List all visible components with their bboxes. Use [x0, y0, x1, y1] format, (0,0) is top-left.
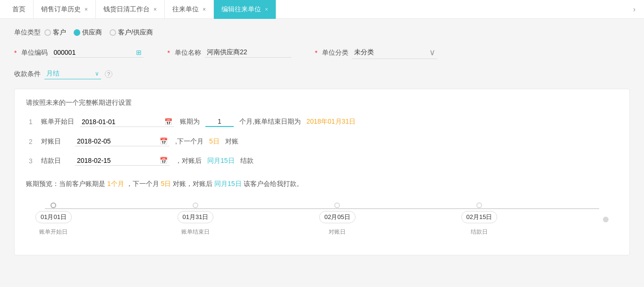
radio-customer-label: 客户	[53, 28, 66, 37]
period-index-3: 3	[26, 157, 35, 165]
tab-units-close[interactable]: ×	[203, 6, 206, 13]
tab-sales-history-close[interactable]: ×	[85, 6, 88, 13]
tab-units-label: 往来单位	[172, 5, 199, 14]
tab-units[interactable]: 往来单位 ×	[165, 0, 214, 19]
period-row-3: 3 结款日 📅 ，对账后 同月15日 结款	[26, 156, 618, 166]
tab-workbench[interactable]: 钱货日清工作台 ×	[96, 0, 165, 19]
radio-both[interactable]: 客户/供应商	[110, 28, 153, 37]
preview-highlight1: 1个月	[107, 180, 124, 187]
tl-dot-0	[51, 203, 56, 208]
tab-edit-unit[interactable]: 编辑往来单位 ×	[214, 0, 276, 19]
tl-date-1: 01月31日	[178, 211, 214, 223]
period-field-label-2: 对账日	[41, 137, 69, 146]
period-text-2a: ,下一个月	[175, 137, 203, 146]
unit-class-label: 单位分类	[322, 49, 348, 57]
unit-class-group: * 单位分类 未分类 ∨	[315, 46, 437, 59]
radio-both-circle	[110, 29, 116, 36]
preview-mid2: 对账，对账后	[173, 180, 212, 187]
tl-end-dot	[603, 217, 609, 222]
tab-home[interactable]: 首页	[5, 0, 34, 19]
unit-name-star: *	[167, 49, 169, 57]
unit-info-row: * 单位编码 ⊞ * 单位名称 * 单位分类 未分类 ∨	[14, 46, 630, 59]
date-input-3[interactable]	[77, 157, 160, 164]
unit-type-row: 单位类型 客户 供应商 客户/供应商	[14, 28, 630, 37]
timeline-point-0: 01月01日 账单开始日	[35, 203, 72, 236]
period-title: 请按照未来的一个完整帐期进行设置	[26, 99, 618, 107]
timeline-wrapper: 01月01日 账单开始日 01月31日 账单结束日 02月05日 对账日	[26, 198, 618, 241]
tabs-bar: 首页 销售订单历史 × 钱货日清工作台 × 往来单位 × 编辑往来单位 × ›	[0, 0, 644, 19]
unit-class-value: 未分类	[354, 48, 429, 57]
date-input-1[interactable]	[82, 118, 164, 126]
tab-arrow-right[interactable]: ›	[629, 5, 639, 14]
unit-code-star: *	[14, 49, 17, 57]
tl-label-3: 结款日	[471, 228, 488, 236]
preview-mid1: ，下一个月	[126, 180, 159, 187]
tab-sales-history-label: 销售订单历史	[41, 5, 81, 14]
preview-highlight2: 5日	[161, 180, 171, 187]
page-content: 单位类型 客户 供应商 客户/供应商 * 单位编码	[0, 19, 644, 287]
unit-name-group: * 单位名称	[167, 48, 291, 58]
preview-prefix: 账期预览：当前客户账期是	[26, 180, 105, 187]
period-box: 请按照未来的一个完整帐期进行设置 1 账单开始日 📅 账期为 个月,账单结束日期…	[14, 89, 630, 255]
radio-customer[interactable]: 客户	[44, 28, 66, 37]
period-text-1a: 账期为	[180, 118, 200, 126]
radio-customer-circle	[44, 29, 51, 36]
tab-edit-unit-close[interactable]: ×	[265, 6, 268, 13]
preview-text: 账期预览：当前客户账期是 1个月 ，下一个月 5日 对账，对账后 同月15日 该…	[26, 180, 618, 188]
preview-highlight3: 同月15日	[214, 180, 242, 187]
period-row-1: 1 账单开始日 📅 账期为 个月,账单结束日期为 2018年01月31日	[26, 117, 618, 127]
timeline-points: 01月01日 账单开始日 01月31日 账单结束日 02月05日 对账日	[35, 203, 609, 236]
payment-cond-value: 月结	[46, 69, 95, 78]
period-index-1: 1	[26, 118, 35, 126]
period-text-3b: 结款	[240, 157, 254, 165]
help-icon[interactable]: ?	[105, 70, 112, 78]
period-field-label-1: 账单开始日	[41, 118, 74, 126]
period-row-2: 2 对账日 📅 ,下一个月 5日 对账	[26, 136, 618, 146]
payment-cond-select[interactable]: 月结 ∨	[44, 68, 101, 79]
period-text-1b: 个月,账单结束日期为	[239, 118, 301, 126]
radio-supplier-circle	[74, 29, 80, 36]
unit-name-input[interactable]	[205, 48, 291, 58]
payment-cond-row: 收款条件 月结 ∨ ?	[14, 68, 630, 79]
calendar-icon-3[interactable]: 📅	[160, 157, 168, 164]
tl-date-3: 02月15日	[461, 211, 498, 223]
tab-home-label: 首页	[12, 5, 25, 14]
timeline-end	[603, 203, 609, 236]
period-highlight-2: 5日	[209, 137, 220, 146]
unit-code-input-wrapper: ⊞	[51, 48, 144, 58]
period-num-input[interactable]	[205, 117, 234, 127]
tl-date-2: 02月05日	[319, 211, 356, 223]
period-index-2: 2	[26, 138, 35, 145]
tl-label-0: 账单开始日	[39, 228, 68, 236]
period-field-label-3: 结款日	[41, 157, 69, 165]
unit-class-star: *	[315, 49, 317, 57]
tab-sales-history[interactable]: 销售订单历史 ×	[34, 0, 96, 19]
payment-cond-chevron: ∨	[95, 70, 99, 77]
timeline-point-1: 01月31日 账单结束日	[178, 203, 214, 236]
unit-code-table-icon[interactable]: ⊞	[136, 49, 142, 56]
period-text-2b: 对账	[225, 137, 238, 146]
timeline-point-3: 02月15日 结款日	[461, 203, 498, 236]
radio-supplier[interactable]: 供应商	[74, 28, 102, 37]
unit-code-label: 单位编码	[21, 49, 48, 57]
radio-supplier-label: 供应商	[82, 28, 102, 37]
tab-workbench-label: 钱货日清工作台	[103, 5, 150, 14]
tl-label-2: 对账日	[329, 228, 346, 236]
calendar-icon-2[interactable]: 📅	[160, 137, 168, 145]
tl-label-1: 账单结束日	[181, 228, 210, 236]
calendar-icon-1[interactable]: 📅	[164, 118, 172, 126]
unit-type-label: 单位类型	[14, 28, 41, 37]
unit-class-select[interactable]: 未分类 ∨	[352, 46, 437, 59]
unit-type-group: 单位类型 客户 供应商 客户/供应商	[14, 28, 153, 37]
unit-name-label: 单位名称	[175, 49, 201, 57]
period-end-date-1: 2018年01月31日	[306, 118, 356, 126]
tl-date-0: 01月01日	[35, 211, 72, 223]
tab-workbench-close[interactable]: ×	[153, 6, 157, 13]
preview-section: 账期预览：当前客户账期是 1个月 ，下一个月 5日 对账，对账后 同月15日 该…	[26, 175, 618, 245]
timeline-point-2: 02月05日 对账日	[319, 203, 356, 236]
date-input-wrapper-3: 📅	[75, 156, 169, 166]
unit-code-input[interactable]	[53, 49, 136, 56]
date-input-2[interactable]	[77, 137, 160, 145]
tab-edit-unit-label: 编辑往来单位	[221, 5, 261, 14]
preview-suffix: 该客户会给我打款。	[244, 180, 303, 187]
